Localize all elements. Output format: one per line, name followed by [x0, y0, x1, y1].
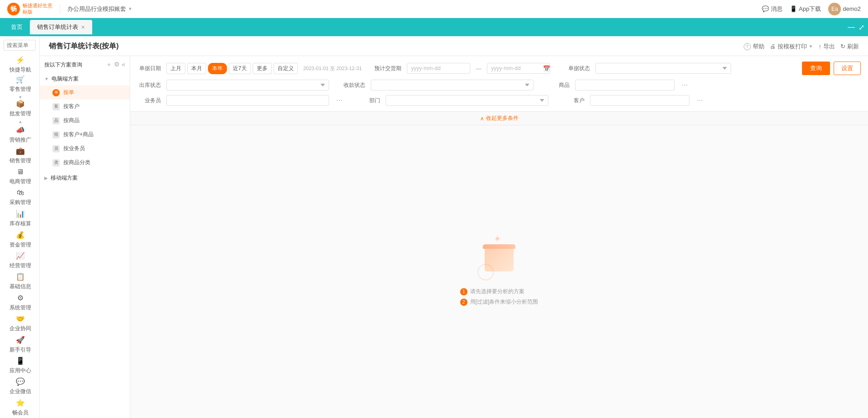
retail-arrow: ▼	[19, 95, 23, 100]
scheme-item-by-salesman[interactable]: 员 按业务员	[40, 142, 130, 156]
mobile-scheme-group-header[interactable]: ▶ 移动端方案	[40, 171, 130, 185]
app-download-button[interactable]: 📱 App下载	[790, 5, 821, 13]
logo-icon: 畅	[7, 3, 20, 15]
wechat-icon: 💬	[16, 377, 25, 386]
scheme-item-by-customer[interactable]: 客 按客户	[40, 100, 130, 114]
date-label: 单据日期	[137, 65, 161, 72]
collapse-panel-button[interactable]: «	[122, 61, 125, 69]
collapse-label: 收起更多条件	[486, 114, 519, 122]
this-year-btn[interactable]: 本年	[208, 63, 227, 74]
sidebar-item-system[interactable]: ⚙ 系统管理	[0, 292, 39, 313]
finance-icon: 💰	[16, 231, 25, 239]
settings-scheme-button[interactable]: ⚙	[114, 61, 120, 69]
tab-bar: 首页 销售订单统计表 ✕ — ⤢	[0, 18, 868, 36]
receipt-status-select[interactable]	[371, 80, 533, 90]
doc-status-label: 单据状态	[566, 65, 590, 72]
sidebar-item-basic[interactable]: 📋 基础信息	[0, 271, 39, 292]
salesman-input[interactable]	[166, 95, 329, 106]
empty-illustration: ✦ ◯	[476, 235, 522, 280]
message-button[interactable]: 💬 消息	[762, 5, 783, 13]
sidebar-item-wholesale[interactable]: 📦 批发管理 ▲	[0, 100, 39, 124]
template-print-button[interactable]: 🖨 按模板打印 ▼	[770, 43, 813, 51]
more-date-btn[interactable]: 更多	[253, 63, 272, 74]
last-month-btn[interactable]: 上月	[166, 63, 185, 74]
customer-more-icon[interactable]: ···	[695, 96, 704, 104]
customer-input[interactable]	[590, 95, 689, 106]
product-more-icon[interactable]: ···	[680, 81, 689, 89]
scheme-item-by-product[interactable]: 品 按商品	[40, 114, 130, 128]
right-content: 单据日期 上月 本月 本年 近7天 更多 自定义 2023-01-01 至 20…	[130, 56, 868, 418]
filter-row-3: 业务员 ··· 部门 客户 ···	[137, 95, 861, 106]
wholesale-label: 批发管理	[9, 110, 31, 118]
calendar-icon-1[interactable]: 📅	[543, 65, 550, 72]
page-title-select[interactable]: 办公用品行业模拟账套 ▼	[67, 5, 132, 13]
refresh-label: 刷新	[847, 43, 859, 51]
empty-hint-2: 2 用[过滤]条件来缩小分析范围	[460, 298, 538, 306]
tab-close-icon[interactable]: ✕	[81, 24, 85, 30]
salesman-more-icon[interactable]: ···	[335, 96, 344, 104]
sidebar-item-sales[interactable]: 💼 销售管理	[0, 145, 39, 166]
help-button[interactable]: ? 帮助	[744, 43, 764, 51]
tab-sales-order[interactable]: 销售订单统计表 ✕	[30, 20, 92, 34]
ship-status-select[interactable]	[166, 80, 329, 90]
sidebar-item-shortcuts[interactable]: ⚡ 快捷导航	[0, 54, 39, 75]
basic-label: 基础信息	[9, 283, 31, 290]
add-scheme-button[interactable]: ＋	[106, 61, 112, 69]
hint-1-num: 1	[460, 288, 467, 295]
sidebar-item-member[interactable]: ⭐ 畅会员	[0, 397, 39, 418]
expected-delivery-start[interactable]	[407, 63, 470, 74]
wholesale-arrow: ▲	[19, 119, 23, 124]
sidebar-item-operation[interactable]: 📈 经营管理	[0, 250, 39, 271]
ship-status-label: 出库状态	[137, 81, 161, 89]
sidebar-item-apps[interactable]: 📱 应用中心	[0, 355, 39, 376]
window-maximize-button[interactable]: ⤢	[859, 23, 864, 32]
apps-label: 应用中心	[9, 367, 31, 375]
refresh-button[interactable]: ↻ 刷新	[840, 43, 859, 51]
top-bar: 畅 畅捷通好生意 标版 办公用品行业模拟账套 ▼ 💬 消息 📱 App下载 Ea…	[0, 0, 868, 18]
window-minimize-button[interactable]: —	[848, 23, 855, 31]
search-input[interactable]	[4, 40, 36, 51]
product-input[interactable]	[575, 80, 675, 90]
sidebar-item-marketing[interactable]: 📣 营销推广	[0, 124, 39, 145]
sidebar-item-retail[interactable]: 🛒 零售管理 ▼	[0, 75, 39, 100]
finance-label: 资金管理	[9, 241, 31, 249]
custom-date-btn[interactable]: 自定义	[274, 63, 298, 74]
settings-button[interactable]: 设置	[834, 62, 861, 75]
department-select[interactable]	[386, 95, 548, 106]
sidebar-item-wechat[interactable]: 💬 企业微信	[0, 376, 39, 397]
sidebar-item-newbie[interactable]: 🚀 新手引导	[0, 334, 39, 355]
search-button[interactable]: 查询	[802, 62, 830, 75]
expected-delivery-end[interactable]	[487, 63, 550, 74]
scheme-item-by-cust-prod[interactable]: 组 按客户+商品	[40, 128, 130, 142]
scheme-item-by-category[interactable]: 类 按商品分类	[40, 156, 130, 170]
by-cust-prod-label: 按客户+商品	[63, 131, 94, 138]
pc-scheme-group-header[interactable]: ▼ 电脑端方案	[40, 72, 130, 86]
sidebar-item-inventory[interactable]: 📊 库存核算	[0, 208, 39, 229]
tab-home[interactable]: 首页	[4, 20, 30, 34]
user-menu[interactable]: Ea demo2	[828, 3, 861, 15]
newbie-label: 新手引导	[9, 346, 31, 354]
last-7-btn[interactable]: 近7天	[229, 63, 251, 74]
operation-icon: 📈	[16, 252, 25, 260]
member-label: 畅会员	[12, 409, 28, 417]
sidebar-item-finance[interactable]: 💰 资金管理	[0, 229, 39, 250]
inventory-icon: 📊	[16, 209, 25, 218]
hint-2-num: 2	[460, 299, 467, 306]
date-buttons: 上月 本月 本年 近7天 更多 自定义	[166, 63, 298, 74]
logo-area: 畅 畅捷通好生意 标版	[7, 3, 52, 15]
mobile-group-label: 移动端方案	[51, 174, 78, 182]
help-icon: ?	[744, 43, 751, 50]
this-month-btn[interactable]: 本月	[187, 63, 206, 74]
export-icon: ↑	[819, 43, 822, 50]
doc-status-select[interactable]	[595, 63, 731, 74]
sidebar-item-ecommerce[interactable]: 🖥 电商管理	[0, 166, 39, 187]
inner-layout: 按以下方案查询 ＋ ⚙ « ▼ 电脑端方案 单 按单	[40, 56, 868, 418]
collapse-bar[interactable]: ∧ 收起更多条件	[130, 112, 868, 125]
sidebar-item-enterprise[interactable]: 🤝 企业协同	[0, 313, 39, 334]
template-print-label: 按模板打印	[778, 43, 807, 51]
scheme-item-by-order[interactable]: 单 按单	[40, 86, 130, 100]
sidebar-item-purchase[interactable]: 🛍 采购管理	[0, 187, 39, 208]
retail-icon: 🛒	[16, 75, 25, 84]
export-label: 导出	[823, 43, 835, 51]
export-button[interactable]: ↑ 导出	[819, 43, 835, 51]
